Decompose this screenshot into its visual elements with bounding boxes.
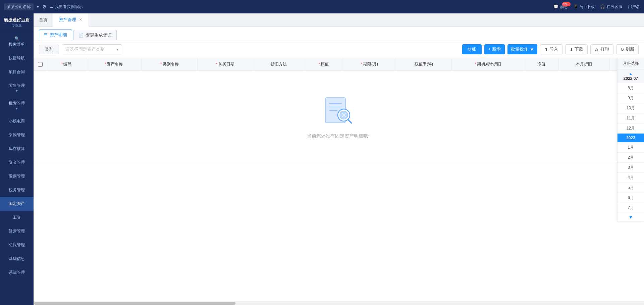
sidebar-item-retail[interactable]: 零售管理 ▼ [0,79,34,97]
bottom-scrollbar[interactable] [34,301,644,305]
sidebar-item-operation[interactable]: 经营管理 [0,224,34,238]
down-arrow-icon[interactable]: ▼ [629,214,633,220]
col-code: *编码 [47,58,86,71]
month-item-2023-label[interactable]: 2023 [618,134,644,143]
app-title: 畅捷通好业财 [3,17,31,23]
import-button[interactable]: ⬆ 导入 [540,44,562,54]
batch-arrow-icon: ▼ [15,107,18,110]
sidebar-logo: 畅捷通好业财 专业版 [0,13,34,32]
empty-state: 当前您还没有固定资产明细哦~ [38,74,640,159]
main-content: 首页 资产管理 ✕ ☰ 资产明细 📄 变更生成凭证 [34,13,644,305]
sidebar-item-invoice[interactable]: 发票管理 [0,169,34,183]
message-button[interactable]: 💬 消息 99+ [553,4,568,10]
up-arrow-icon[interactable]: ▲ [618,71,644,76]
company-dropdown-arrow[interactable]: ▼ [36,5,40,9]
top-bar-left: 某某公司名称 ▼ ⚙ ☁ 我要看实例演示 [4,3,551,10]
table-container: *编码 *资产名称 *类别名称 *购买日期 折旧方法 *原值 *期限(月) 残值… [34,58,644,301]
empty-text: 当前您还没有固定资产明细哦~ [307,133,371,139]
filter-placeholder-text: 请选择固定资产类别 [65,46,105,52]
page-content: ☰ 资产明细 📄 变更生成凭证 类别 请选择固定资产类别 ▼ [34,27,644,305]
svg-line-6 [348,120,352,123]
col-accumulated-depreciation: *期初累计折旧 [452,58,524,71]
online-service-button[interactable]: 🎧 在线客服 [600,4,623,10]
toolbar: 类别 请选择固定资产类别 ▼ 对账 + 新增 批量操作 ▼ ⬆ [34,41,644,58]
month-item-3[interactable]: 3月 [618,163,644,173]
select-all-checkbox[interactable] [38,62,43,67]
sidebar-item-salary[interactable]: 工资 [0,211,34,224]
list-icon: ☰ [44,33,48,37]
asset-table: *编码 *资产名称 *类别名称 *购买日期 折旧方法 *原值 *期限(月) 残值… [34,58,644,163]
month-item-10[interactable]: 10月 [618,103,644,113]
batch-ops-button[interactable]: 批量操作 ▼ [507,44,537,54]
sub-tab-asset-detail[interactable]: ☰ 资产明细 [39,30,72,41]
col-category-name: *类别名称 [142,58,197,71]
sidebar-item-fixed-assets[interactable]: 固定资产 [0,197,34,211]
col-period: *期限(月) [343,58,396,71]
category-filter-label: 类别 [39,45,59,54]
refresh-button[interactable]: ↻ 刷新 [616,44,639,54]
sidebar-item-system[interactable]: 系统管理 [0,266,34,279]
month-item-8[interactable]: 8月 [618,83,644,93]
month-picker-panel: 月份选择 ▲ 2022.07 8月 9月 10月 11月 12月 2023 1月 [617,58,644,221]
scroll-thumb[interactable] [34,302,235,305]
sidebar-item-purchase[interactable]: 采购管理 [0,128,34,142]
app-shell: 畅捷通好业财 专业版 🔍 搜索菜单 快捷导航 项目合同 零售管理 ▼ 批发管理 … [0,13,644,305]
month-item-7[interactable]: 7月 [618,203,644,213]
download-button[interactable]: ⬇ 下载 [565,44,588,54]
sidebar-item-ecommerce[interactable]: 小畅电商 [0,114,34,128]
col-net-value: 净值 [524,58,558,71]
sidebar-item-batch[interactable]: 批发管理 ▼ [0,97,34,114]
month-item-5[interactable]: 5月 [618,183,644,193]
month-item-11[interactable]: 11月 [618,113,644,123]
month-picker-nav: ▼ [618,213,644,221]
sidebar-item-project-contract[interactable]: 项目合同 [0,65,34,79]
month-item-4[interactable]: 4月 [618,173,644,183]
sidebar-item-basic-info[interactable]: 基础信息 [0,252,34,266]
import-icon: ⬆ [544,47,548,52]
month-item-9[interactable]: 9月 [618,93,644,103]
month-item-2[interactable]: 2月 [618,153,644,163]
print-icon: 🖨 [595,47,599,52]
batch-arrow-icon: ▼ [530,47,534,52]
tab-home[interactable]: 首页 [34,13,53,27]
category-filter-select[interactable]: 请选择固定资产类别 ▼ [62,44,122,54]
add-button[interactable]: + 新增 [484,44,505,54]
cloud-icon: ☁ [49,4,53,9]
sidebar-item-fund[interactable]: 资金管理 [0,156,34,169]
refresh-icon: ↻ [621,47,624,52]
month-year-display: ▲ 2022.07 [618,69,644,83]
filter-group: 类别 请选择固定资产类别 ▼ [39,44,460,54]
empty-illustration [319,94,359,128]
print-button[interactable]: 🖨 打印 [590,44,613,54]
sidebar-item-tax[interactable]: 税务管理 [0,183,34,197]
sidebar: 畅捷通好业财 专业版 🔍 搜索菜单 快捷导航 项目合同 零售管理 ▼ 批发管理 … [0,13,34,305]
sidebar-item-ledger[interactable]: 总账管理 [0,238,34,252]
empty-state-cell: 当前您还没有固定资产明细哦~ [34,71,644,163]
month-item-12[interactable]: 12月 [618,123,644,134]
message-icon: 💬 [553,4,558,9]
settings-icon[interactable]: ⚙ [42,4,47,9]
month-item-6[interactable]: 6月 [618,193,644,203]
sidebar-item-search[interactable]: 🔍 搜索菜单 [0,32,34,51]
user-name-display: 用户名 [628,4,640,10]
select-arrow-icon: ▼ [116,48,119,51]
col-depreciation-method: 折旧方法 [253,58,304,71]
demo-link[interactable]: ☁ 我要看实例演示 [49,4,83,10]
sidebar-item-quick-nav[interactable]: 快捷导航 [0,51,34,65]
top-bar-right: 💬 消息 99+ 📱 App下载 🎧 在线客服 用户名 [553,4,640,10]
top-bar: 某某公司名称 ▼ ⚙ ☁ 我要看实例演示 💬 消息 99+ 📱 App下载 🎧 … [0,0,644,13]
tab-asset-management[interactable]: 资产管理 ✕ [53,13,89,27]
content-area: *编码 *资产名称 *类别名称 *购买日期 折旧方法 *原值 *期限(月) 残值… [34,58,644,301]
col-purchase-date: *购买日期 [197,58,253,71]
month-item-1[interactable]: 1月 [618,143,644,153]
sub-tab-change-voucher[interactable]: 📄 变更生成凭证 [73,30,117,40]
col-monthly-depreciation: 本月折旧 [558,58,609,71]
tab-close-icon[interactable]: ✕ [78,17,83,22]
reconcile-button[interactable]: 对账 [462,44,482,54]
mobile-icon: 📱 [573,4,578,9]
company-name-display: 某某公司名称 [4,3,34,10]
sidebar-item-inventory[interactable]: 库存核算 [0,142,34,156]
month-picker-list: 8月 9月 10月 11月 12月 2023 1月 2月 3月 4月 5月 6月… [618,83,644,213]
message-badge: 99+ [562,2,571,6]
app-download-button[interactable]: 📱 App下载 [573,4,595,10]
